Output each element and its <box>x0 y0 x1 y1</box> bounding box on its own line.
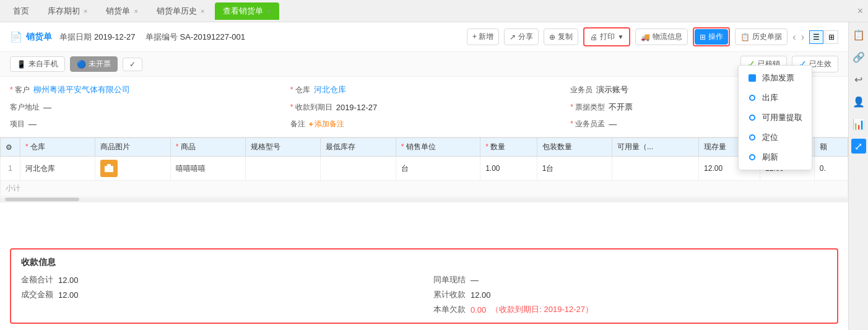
share-button[interactable]: ↗ 分享 <box>504 28 539 45</box>
available-label: 可用量提取 <box>762 112 802 123</box>
table-row: 1 河北仓库 嘻嘻嘻嘻 台 1.00 1台 <box>1 157 848 181</box>
address-field: 客户地址 — <box>10 102 278 113</box>
sidebar-icon-expand[interactable]: ⤢ <box>851 139 866 154</box>
address-label: 客户地址 <box>10 102 40 113</box>
refresh-icon <box>747 152 757 162</box>
row-amount: 0. <box>814 157 848 181</box>
row-product: 嘻嘻嘻嘻 <box>170 157 245 181</box>
warehouse-value[interactable]: 河北仓库 <box>314 84 346 95</box>
print-dropdown-icon: ▼ <box>617 33 623 40</box>
row-warehouse: 河北仓库 <box>20 157 95 181</box>
col-product: 商品 <box>170 138 245 157</box>
copy-icon: ⊕ <box>549 33 555 41</box>
due-amount-label: 本单欠款 <box>433 304 466 315</box>
table-header-row: ⚙ 仓库 商品图片 商品 规格型号 最低库存 销售单位 数量 包装数量 可用量（… <box>1 138 848 157</box>
doc-header: 📄 销货单 单据日期 2019-12-27 单据编号 SA-20191227-0… <box>0 22 848 52</box>
h-scrollbar[interactable] <box>0 198 848 202</box>
sidebar-icon-return[interactable]: ↩ <box>851 72 866 87</box>
due-amount-note: （收款到期日: 2019-12-27） <box>491 304 593 315</box>
copy-button[interactable]: ⊕ 复制 <box>544 28 578 45</box>
tab-sales-close[interactable]: × <box>134 7 137 15</box>
svg-rect-1 <box>107 164 111 167</box>
view-list-button[interactable]: ☰ <box>809 30 823 44</box>
print-icon: 🖨 <box>590 33 597 41</box>
row-image <box>95 157 170 181</box>
add-note-button[interactable]: 添加备注 <box>309 119 344 129</box>
logistics-icon: 🚚 <box>641 33 650 41</box>
operation-button[interactable]: ⊞ 操作 <box>695 29 728 45</box>
dropdown-available[interactable]: 可用量提取 <box>739 108 812 128</box>
not-open-button[interactable]: 🔵 未开票 <box>70 56 118 72</box>
form-area: 客户 柳州粤港平安气体有限公司 仓库 河北仓库 业务员 演示账号 客户地址 — … <box>0 77 848 137</box>
view-grid-button[interactable]: ⊞ <box>825 30 838 44</box>
staff-label: 业务员 <box>570 85 592 95</box>
col-warehouse: 仓库 <box>20 138 95 157</box>
dropdown-locate[interactable]: 定位 <box>739 128 812 147</box>
view-toggle: ☰ ⊞ <box>809 30 838 44</box>
dropdown-outbound[interactable]: 出库 <box>739 88 812 108</box>
doc-icon: 📄 <box>10 31 22 43</box>
dropdown-menu: 添加发票 出库 可用量提取 定位 刷新 <box>738 65 812 170</box>
payment-date-value[interactable]: 2019-12-27 <box>336 103 378 112</box>
new-button[interactable]: + 新增 <box>467 28 499 45</box>
tab-view-sales-label: 查看销货单 <box>223 6 263 17</box>
prev-button[interactable]: ‹ <box>792 32 796 43</box>
staff-value: 演示账号 <box>596 84 628 95</box>
accumulated-value: 12.00 <box>471 290 491 300</box>
print-button[interactable]: 🖨 打印 ▼ <box>585 29 628 45</box>
sidebar-icon-doc[interactable]: 📋 <box>851 27 866 42</box>
operation-icon: ⊞ <box>700 33 706 41</box>
row-num: 1 <box>1 157 20 181</box>
tab-sales-history[interactable]: 销货单历史 × <box>149 2 212 20</box>
payment-box: 收款信息 金额合计 12.00 成交金额 12.00 同单现结 — <box>10 248 838 324</box>
logistics-button-label: 物流信息 <box>653 32 682 42</box>
print-area: 🖨 打印 ▼ <box>583 27 630 46</box>
confirm-button[interactable]: ✓ <box>123 58 142 71</box>
amount-total-row: 金额合计 12.00 <box>21 274 415 285</box>
add-invoice-label: 添加发票 <box>762 72 794 84</box>
col-pack-qty: 包装数量 <box>537 138 612 157</box>
ticket-value[interactable]: 不开票 <box>609 102 633 113</box>
sidebar-icon-user[interactable]: 👤 <box>851 94 866 109</box>
tab-inventory[interactable]: 库存期初 × <box>40 2 95 20</box>
payment-col2: 同单现结 — 累计收款 12.00 本单欠款 0.00 （收款到期日: 2019… <box>433 274 827 315</box>
product-image <box>100 160 118 177</box>
row-pack-qty: 1台 <box>537 157 612 181</box>
next-button[interactable]: › <box>801 32 804 43</box>
table-container: ⚙ 仓库 商品图片 商品 规格型号 最低库存 销售单位 数量 包装数量 可用量（… <box>0 137 848 242</box>
scrollbar-track <box>5 198 79 201</box>
col-gear[interactable]: ⚙ <box>1 138 20 157</box>
sidebar-icon-link[interactable]: 🔗 <box>851 50 866 64</box>
same-settle-value: — <box>471 276 479 285</box>
history-button-label: 历史单据 <box>752 32 782 42</box>
refresh-label: 刷新 <box>762 152 778 163</box>
same-settle-row: 同单现结 — <box>433 274 827 285</box>
sidebar-icon-chart[interactable]: 📊 <box>851 116 866 131</box>
dropdown-refresh[interactable]: 刷新 <box>739 147 812 167</box>
tab-home[interactable]: 首页 <box>5 2 37 20</box>
col-spec: 规格型号 <box>246 138 321 157</box>
close-all-button[interactable]: × <box>857 6 863 17</box>
from-phone-button[interactable]: 📱 来自手机 <box>10 56 65 72</box>
tab-sales[interactable]: 销货单 × <box>98 2 145 20</box>
copy-button-label: 复制 <box>558 32 573 42</box>
tab-view-sales[interactable]: 查看销货单 × <box>215 2 279 20</box>
warehouse-field: 仓库 河北仓库 <box>290 84 558 95</box>
row-available <box>612 157 699 181</box>
history-button[interactable]: 📋 历史单据 <box>735 28 788 45</box>
dropdown-add-invoice[interactable]: 添加发票 <box>739 68 812 88</box>
doc-actions: + 新增 ↗ 分享 ⊕ 复制 🖨 打印 ▼ <box>467 27 838 46</box>
print-button-label: 打印 <box>600 32 615 42</box>
doc-meta: 单据日期 2019-12-27 单据编号 SA-20191227-001 <box>59 32 245 43</box>
tab-inventory-label: 库存期初 <box>48 6 80 17</box>
customer-value[interactable]: 柳州粤港平安气体有限公司 <box>33 84 130 95</box>
col-available: 可用量（... <box>612 138 699 157</box>
tab-inventory-close[interactable]: × <box>84 7 87 15</box>
amount-total-label: 金额合计 <box>21 274 53 285</box>
warehouse-label: 仓库 <box>290 85 310 95</box>
number-label-text: 单据编号 <box>145 32 178 43</box>
logistics-button[interactable]: 🚚 物流信息 <box>635 28 688 45</box>
tab-sales-history-close[interactable]: × <box>201 7 204 15</box>
tab-view-sales-close[interactable]: × <box>267 7 271 15</box>
deal-amount-row: 成交金额 12.00 <box>21 289 415 300</box>
